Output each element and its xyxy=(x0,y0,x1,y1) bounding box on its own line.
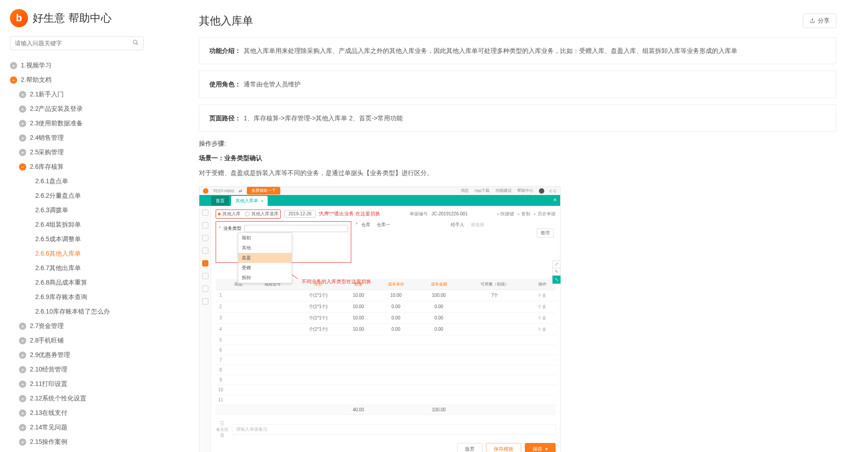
nav-item[interactable]: +2.13在线支付 xyxy=(10,406,144,420)
dropdown-option[interactable]: 期初 xyxy=(238,233,292,243)
search-box[interactable] xyxy=(10,36,144,50)
nav-item[interactable]: 2.6.5成本调整单 xyxy=(10,232,144,247)
toolbar-copy[interactable]: 复制 xyxy=(518,211,530,217)
nav-item[interactable]: +2.14常见问题 xyxy=(10,420,144,435)
date-input[interactable]: 2019-12-26 xyxy=(284,210,316,218)
nav-item-label: 2.6.8商品成本重算 xyxy=(35,279,87,287)
dropdown-option[interactable]: 受赠 xyxy=(238,263,292,273)
nav-item[interactable]: 2.6.10库存账本错了怎么办 xyxy=(10,305,144,319)
tidy-button[interactable]: 整理 xyxy=(537,228,554,238)
rail-icon[interactable] xyxy=(202,298,208,305)
scene1-title: 场景一：业务类型确认 xyxy=(199,154,836,162)
toolbar-shortcut[interactable]: 快捷键 xyxy=(497,211,514,217)
free-pill[interactable]: 免费领取一下 xyxy=(247,187,280,195)
nav-item[interactable]: 2.6.6其他入库单 xyxy=(10,247,144,261)
rail-icon[interactable] xyxy=(202,209,208,216)
table-row[interactable]: 3个(1*1个)10.000.000.00⎘ 🗑 xyxy=(216,312,556,324)
table-row[interactable]: 10 xyxy=(216,385,556,395)
avatar[interactable] xyxy=(539,188,544,194)
nav-item[interactable]: −2.帮助文档 xyxy=(10,73,144,87)
biz-type-dropdown[interactable]: 期初其他盘盈受赠拆卸 xyxy=(238,233,292,283)
nav-item[interactable]: 2.6.8商品成本重算 xyxy=(10,276,144,290)
table-row[interactable]: 8 xyxy=(216,365,556,375)
biz-type-select[interactable] xyxy=(244,225,348,232)
table-row[interactable]: 5 xyxy=(216,335,556,345)
path-label: 页面路径： xyxy=(209,114,241,122)
top-link-app[interactable]: App下载 xyxy=(474,188,490,194)
doc-type-switch[interactable]: 其他入库 其他入库退库 xyxy=(216,209,281,219)
rail-icon[interactable] xyxy=(202,222,208,228)
handler-select[interactable]: 请选择 xyxy=(468,221,509,228)
nav-item[interactable]: 2.6.4组装拆卸单 xyxy=(10,218,144,232)
rail-icon[interactable] xyxy=(202,235,208,241)
nav-item[interactable]: 2.6.3调拨单 xyxy=(10,203,144,218)
nav-item[interactable]: −2.6库存核算 xyxy=(10,160,144,174)
nav-item[interactable]: +2.9优惠券管理 xyxy=(10,348,144,362)
save-template-button[interactable]: 保存模板 xyxy=(486,443,521,452)
nav-item[interactable]: +2.4销售管理 xyxy=(10,131,144,145)
nav-item[interactable]: +2.10经营管理 xyxy=(10,362,144,377)
rail-icon[interactable] xyxy=(202,247,208,254)
tab-other-inbound[interactable]: 其他入库单× xyxy=(231,196,268,206)
discard-button[interactable]: 放弃 xyxy=(457,443,482,452)
table-row[interactable]: 2个(1*1个)10.000.000.00⎘ 🗑 xyxy=(216,301,556,312)
rail-icon[interactable] xyxy=(202,285,208,292)
table-header: 成本单价 xyxy=(374,279,417,290)
table-row[interactable]: 11 xyxy=(216,395,556,404)
search-input[interactable] xyxy=(15,40,132,47)
table-row[interactable]: 9 xyxy=(216,375,556,385)
top-link-help[interactable]: 帮助中心 xyxy=(517,188,533,194)
nav-item[interactable]: 2.6.1盘点单 xyxy=(10,174,144,189)
nav-item[interactable]: +2.1新手入门 xyxy=(10,87,144,102)
nav-item[interactable]: +2.11打印设置 xyxy=(10,377,144,391)
nav-item-label: 2.5采购管理 xyxy=(30,148,64,157)
tool-icon[interactable]: ⤢ xyxy=(552,260,561,268)
plus-icon: + xyxy=(19,352,26,359)
nav-item[interactable]: +2.2产品安装及登录 xyxy=(10,102,144,116)
dropdown-option[interactable]: 盘盈 xyxy=(238,253,292,263)
warehouse-select[interactable]: 仓库一 xyxy=(374,221,415,228)
annotation-2: 不同业务的入库类型在这里切换 xyxy=(302,278,371,285)
intro-card: 功能介绍：其他入库单用来处理除采购入库、产成品入库之外的其他入库业务，因此其他入… xyxy=(199,37,836,64)
save-button[interactable]: 保存▾ xyxy=(525,443,556,452)
tabs-close-icon[interactable]: × xyxy=(553,197,557,203)
share-label: 分享 xyxy=(818,17,830,25)
nav-item[interactable]: +2.3使用前数据准备 xyxy=(10,116,144,131)
rail-icon[interactable] xyxy=(202,273,208,279)
close-icon[interactable]: × xyxy=(261,199,263,203)
nav-item[interactable]: +1.视频学习 xyxy=(10,58,144,73)
page-title: 其他入库单 xyxy=(199,14,253,28)
radio-inbound[interactable]: 其他入库 xyxy=(222,211,241,217)
nav-item[interactable]: +2.7资金管理 xyxy=(10,319,144,333)
toolbar-history[interactable]: 历史单据 xyxy=(534,211,556,217)
top-link-msg[interactable]: 消息 xyxy=(461,188,469,194)
dropdown-option[interactable]: 其他 xyxy=(238,243,292,253)
table-row[interactable]: 4个(1*1个)10.000.000.00⎘ 🗑 xyxy=(216,324,556,335)
plus-icon: + xyxy=(10,62,17,69)
search-icon[interactable] xyxy=(132,39,139,47)
side-tool-rail: ⤢ ✎ ⤡ xyxy=(552,260,561,283)
tool-icon[interactable]: ⤡ xyxy=(552,276,561,284)
nav-item[interactable]: +2.8手机旺铺 xyxy=(10,333,144,348)
table-row[interactable]: 6 xyxy=(216,345,556,355)
plus-icon: + xyxy=(19,366,26,373)
dropdown-option[interactable]: 拆卸 xyxy=(238,273,292,283)
nav-item[interactable]: +2.15操作案例 xyxy=(10,435,144,449)
nav-item[interactable]: +2.5采购管理 xyxy=(10,145,144,160)
tool-icon[interactable]: ✎ xyxy=(552,268,561,276)
note-input[interactable]: 请输入单据备注 xyxy=(232,424,556,435)
rail-icon-active[interactable] xyxy=(202,260,208,266)
nav-item[interactable]: 2.6.2分量盘点单 xyxy=(10,189,144,203)
radio-return[interactable]: 其他入库退库 xyxy=(251,211,278,217)
nav-item[interactable]: 2.6.9库存账本查询 xyxy=(10,290,144,305)
nav-item[interactable]: 2.6.7其他出库单 xyxy=(10,261,144,276)
top-link-feedback[interactable]: 功能建议 xyxy=(495,188,512,194)
plus-icon: + xyxy=(19,395,26,402)
tab-home[interactable]: 首页 xyxy=(211,196,229,206)
share-button[interactable]: 分享 xyxy=(803,14,836,28)
nav-item[interactable]: +2.12系统个性化设置 xyxy=(10,391,144,406)
doc-no-label: 单据编号 xyxy=(410,211,428,217)
nav-item-label: 2.6.3调拨单 xyxy=(35,206,68,214)
table-row[interactable]: 7 xyxy=(216,355,556,365)
table-row[interactable]: 1个(1*1个)10.0010.00100.007个⎘ 🗑 xyxy=(216,290,556,301)
